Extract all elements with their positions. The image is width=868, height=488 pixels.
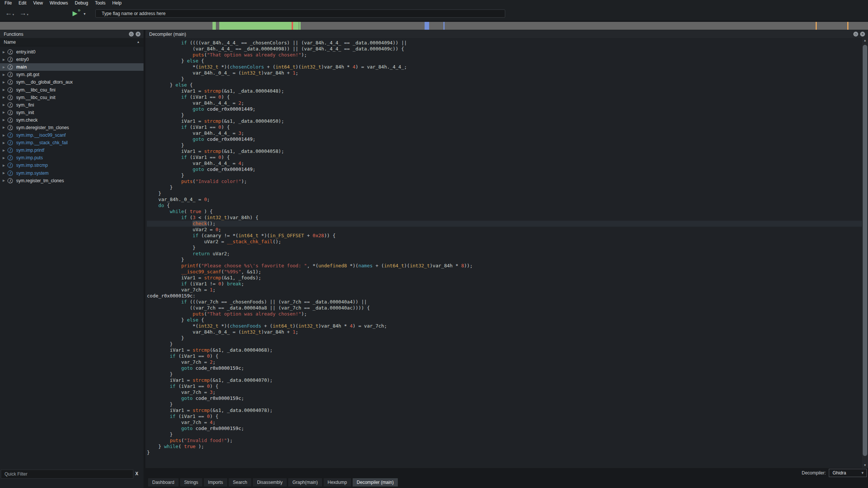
function-row-sym.deregister_tm_clones[interactable]: ▶ƒxsym.deregister_tm_clones xyxy=(0,124,144,131)
code-line[interactable]: if (iVar1 == 0) { xyxy=(147,353,862,359)
tab-imports[interactable]: Imports xyxy=(203,478,228,487)
tab-hexdump[interactable]: Hexdump xyxy=(323,478,351,487)
function-row-sym._fini[interactable]: ▶ƒxsym._fini xyxy=(0,101,144,109)
flag-search-input[interactable] xyxy=(95,9,505,18)
debug-start-button[interactable]: ▶ D xyxy=(70,9,80,18)
close-icon[interactable]: ✕ xyxy=(860,32,865,37)
tab-search[interactable]: Search xyxy=(228,478,252,487)
code-line[interactable]: } xyxy=(147,371,862,377)
code-line[interactable]: iVar1 = strcmp(&s1, _data.00004050); xyxy=(147,118,862,124)
code-line[interactable]: } xyxy=(147,185,862,191)
code-line[interactable]: var_84h._0_4_ = (int32_t)var_84h + 1; xyxy=(147,70,862,76)
expander-icon[interactable]: ▶ xyxy=(0,50,6,54)
memory-map-strip[interactable] xyxy=(0,22,868,30)
code-line[interactable]: uVar2 = __stack_chk_fail(); xyxy=(147,239,862,245)
code-line[interactable]: var_84h._4_4_ = 4; xyxy=(147,160,862,166)
expander-icon[interactable]: ▶ xyxy=(0,103,6,107)
code-line[interactable]: goto code_r0x00001449; xyxy=(147,136,862,142)
decompiler-select[interactable]: Ghidra ▼ xyxy=(829,469,867,477)
code-line[interactable]: ((var_7ch == _data.000040a8 || (var_7ch … xyxy=(147,305,862,311)
tab-strings[interactable]: Strings xyxy=(180,478,203,487)
tab-decompiler-main[interactable]: Decompiler (main) xyxy=(352,478,398,487)
code-line[interactable]: if (3 < (int32_t)var_84h) { xyxy=(147,215,862,221)
code-line[interactable]: puts("That option was already chosen!"); xyxy=(147,52,862,58)
menu-item-file[interactable]: File xyxy=(1,0,15,6)
code-line[interactable]: goto code_r0x00001449; xyxy=(147,106,862,112)
menu-item-windows[interactable]: Windows xyxy=(46,0,72,6)
function-row-sym.imp.__isoc99_scanf[interactable]: ▶ƒisym.imp.__isoc99_scanf xyxy=(0,131,144,139)
function-row-sym.register_tm_clones[interactable]: ▶ƒxsym.register_tm_clones xyxy=(0,177,144,185)
code-line[interactable]: var_84h._4_4_ = 2; xyxy=(147,100,862,106)
code-line[interactable]: var_84h._0_4_ = 0; xyxy=(147,197,862,203)
expander-icon[interactable]: ▶ xyxy=(0,134,6,137)
back-button[interactable]: ←▾ xyxy=(3,9,14,18)
function-row-sym.check[interactable]: ▶ƒxsym.check xyxy=(0,116,144,124)
code-line[interactable]: } xyxy=(147,172,862,178)
code-line[interactable]: do { xyxy=(147,203,862,209)
function-row-sym.imp.puts[interactable]: ▶ƒisym.imp.puts xyxy=(0,154,144,162)
expander-icon[interactable]: ▶ xyxy=(0,164,6,167)
debug-dropdown-caret-icon[interactable]: ▾ xyxy=(84,12,86,16)
code-line[interactable]: goto code_r0x0000159c; xyxy=(147,365,862,371)
scroll-down-icon[interactable]: ▼ xyxy=(862,463,868,468)
undock-icon[interactable]: ◇ xyxy=(853,32,858,37)
expander-icon[interactable]: ▶ xyxy=(0,66,6,69)
expander-icon[interactable]: ▶ xyxy=(0,96,6,99)
function-row-sym.__do_global_dtors_aux[interactable]: ▶ƒxsym.__do_global_dtors_aux xyxy=(0,78,144,86)
function-row-sym.imp.printf[interactable]: ▶ƒisym.imp.printf xyxy=(0,146,144,154)
expander-icon[interactable]: ▶ xyxy=(0,149,6,152)
function-row-main[interactable]: ▶ƒxmain xyxy=(0,63,144,71)
code-line[interactable]: puts("That option was already chosen!"); xyxy=(147,311,862,317)
code-line[interactable]: if (iVar1 == 0) { xyxy=(147,413,862,419)
forward-button[interactable]: →▾ xyxy=(17,9,29,18)
function-row-sym.__libc_csu_init[interactable]: ▶ƒxsym.__libc_csu_init xyxy=(0,94,144,101)
menu-item-edit[interactable]: Edit xyxy=(15,0,30,6)
code-line[interactable]: *(int32_t *)(chosenColors + (int64_t)(in… xyxy=(147,64,862,70)
function-row-sym.imp.__stack_chk_fail[interactable]: ▶ƒisym.imp.__stack_chk_fail xyxy=(0,139,144,146)
expander-icon[interactable]: ▶ xyxy=(0,156,6,160)
code-line[interactable]: if (iVar1 == 0) { xyxy=(147,94,862,100)
code-line[interactable]: while( true ) { xyxy=(147,209,862,215)
code-line[interactable]: var_7ch = 3; xyxy=(147,389,862,395)
undock-icon[interactable]: ◇ xyxy=(129,32,134,37)
function-row-entry.init0[interactable]: ▶ƒxentry.init0 xyxy=(0,48,144,56)
code-line[interactable]: var_84h._4_4_ = 3; xyxy=(147,130,862,136)
code-line[interactable]: } xyxy=(147,76,862,82)
code-line[interactable]: } xyxy=(147,341,862,347)
quick-filter-close-button[interactable]: X xyxy=(135,471,138,476)
expander-icon[interactable]: ▶ xyxy=(0,118,6,122)
code-line[interactable]: if (iVar1 != 0) break; xyxy=(147,281,862,287)
expander-icon[interactable]: ▶ xyxy=(0,126,6,129)
code-line[interactable]: if (iVar1 == 0) { xyxy=(147,154,862,160)
code-line[interactable]: (var_84h._4_4_ == _data.00004098)) || (v… xyxy=(147,46,862,52)
code-line[interactable]: printf("Please choose %s\'s favorite foo… xyxy=(147,263,862,269)
code-line[interactable]: if (iVar1 == 0) { xyxy=(147,124,862,130)
code-line[interactable]: puts("Invalid color!"); xyxy=(147,178,862,185)
expander-icon[interactable]: ▶ xyxy=(0,111,6,114)
code-line[interactable]: } else { xyxy=(147,82,862,88)
code-line[interactable]: if (((var_7ch == _chosenFoods) || (var_7… xyxy=(147,299,862,305)
code-line[interactable]: } while( true ); xyxy=(147,444,862,450)
scroll-up-icon[interactable]: ▲ xyxy=(862,38,868,43)
code-line[interactable]: *(int32_t *)(chosenFoods + (int64_t)(int… xyxy=(147,323,862,329)
code-line[interactable]: iVar1 = strcmp(&s1, _data.00004078); xyxy=(147,407,862,413)
menu-item-debug[interactable]: Debug xyxy=(72,0,92,6)
code-line[interactable]: } xyxy=(147,191,862,197)
function-row-sym..plt.got[interactable]: ▶ƒxsym..plt.got xyxy=(0,71,144,78)
function-row-sym.__libc_csu_fini[interactable]: ▶ƒxsym.__libc_csu_fini xyxy=(0,86,144,93)
code-line[interactable]: } xyxy=(147,142,862,148)
code-line[interactable]: } xyxy=(147,112,862,118)
menu-item-tools[interactable]: Tools xyxy=(92,0,109,6)
quick-filter-input[interactable] xyxy=(1,470,133,479)
expander-icon[interactable]: ▶ xyxy=(0,73,6,76)
menu-item-help[interactable]: Help xyxy=(109,0,125,6)
code-line[interactable]: var_7ch = 1; xyxy=(147,287,862,293)
code-line[interactable]: } xyxy=(147,432,862,438)
code-line-highlighted[interactable]: check(); xyxy=(147,221,862,227)
code-line[interactable]: if (iVar1 == 0) { xyxy=(147,383,862,389)
expander-icon[interactable]: ▶ xyxy=(0,179,6,182)
code-line[interactable]: return uVar2; xyxy=(147,251,862,257)
code-line[interactable]: iVar1 = strcmp(&s1, _data.00004058); xyxy=(147,148,862,154)
function-row-entry0[interactable]: ▶ƒxentry0 xyxy=(0,56,144,63)
code-line[interactable]: goto code_r0x0000159c; xyxy=(147,425,862,432)
